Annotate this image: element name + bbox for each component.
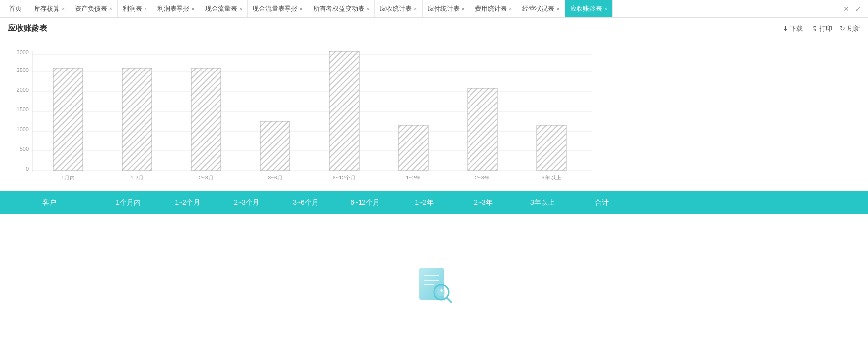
bar-6-12-month [329,51,359,171]
tab-equity-close[interactable]: × [366,6,369,12]
tab-ar-aging-close[interactable]: × [604,6,607,12]
col-1-2month: 1~2个月 [158,198,217,207]
bar-1-2-month [122,68,152,171]
col-1-2year: 1~2年 [395,198,454,207]
tab-bar: 首页 库存核算 × 资产负债表 × 利润表 × 利润表季报 × 现金流量表 × … [0,0,868,18]
tab-expense-stat-close[interactable]: × [509,6,512,12]
download-icon: ⬇ [783,25,788,32]
header-actions: ⬇ 下载 🖨 打印 ↻ 刷新 [783,24,860,33]
tab-ar-aging-label: 应收账龄表 [570,4,602,13]
tab-ap-stat[interactable]: 应付统计表 × [423,0,470,18]
tab-ap-stat-close[interactable]: × [462,6,465,12]
tab-profit-close[interactable]: × [144,6,147,12]
tab-operation-close[interactable]: × [556,6,559,12]
tab-inventory-label: 库存核算 [34,4,60,13]
tab-home[interactable]: 首页 [2,0,29,18]
tab-ap-stat-label: 应付统计表 [428,4,460,13]
print-button[interactable]: 🖨 打印 [811,24,832,33]
tab-cashflow-quarter-close[interactable]: × [299,6,302,12]
tab-expense-stat[interactable]: 费用统计表 × [470,0,517,18]
svg-text:2500: 2500 [17,67,29,73]
refresh-icon: ↻ [840,25,845,32]
svg-text:2000: 2000 [17,87,29,93]
col-total: 合计 [572,198,631,207]
col-3plus-year: 3年以上 [513,198,572,207]
tab-ar-stat[interactable]: 应收统计表 × [375,0,422,18]
svg-text:3年以上: 3年以上 [542,175,561,180]
tab-cashflow-quarter-label: 现金流量表季报 [253,4,297,13]
tab-balance-close[interactable]: × [109,6,112,12]
tab-operation[interactable]: 经营状况表 × [517,0,565,18]
bar-3-6-month [260,121,290,171]
table-body [0,214,868,355]
print-label: 打印 [819,24,832,33]
svg-text:1月内: 1月内 [61,175,75,180]
tab-profit[interactable]: 利润表 × [118,0,152,18]
refresh-label: 刷新 [847,24,860,33]
tab-cashflow-label: 现金流量表 [205,4,237,13]
tab-cashflow-quarter[interactable]: 现金流量表季报 × [248,0,308,18]
col-3-6month: 3~6个月 [276,198,335,207]
bar-2-3-year [468,88,497,171]
download-button[interactable]: ⬇ 下载 [783,24,803,33]
tab-operation-label: 经营状况表 [522,4,554,13]
chart-area: 0 500 1000 1500 2000 2500 3000 1月内 1-2月 [0,39,868,191]
empty-illustration [409,260,459,310]
tab-profit-label: 利润表 [123,4,142,13]
svg-text:1500: 1500 [17,106,29,112]
window-controls: ✕ ⤢ [842,5,866,13]
tab-expense-stat-label: 费用统计表 [475,4,507,13]
page-title: 应收账龄表 [8,23,47,34]
col-6-12month: 6~12个月 [335,198,395,207]
bar-2-3-month [191,68,221,171]
tab-inventory[interactable]: 库存核算 × [29,0,70,18]
bar-chart: 0 500 1000 1500 2000 2500 3000 1月内 1-2月 [10,47,602,185]
col-1month: 1个月内 [99,198,158,207]
svg-text:1~2年: 1~2年 [406,175,421,180]
svg-text:1000: 1000 [17,126,29,132]
bar-3-plus-year [537,125,566,171]
page-header: 应收账龄表 ⬇ 下载 🖨 打印 ↻ 刷新 [0,18,868,39]
svg-text:1-2月: 1-2月 [131,175,144,180]
svg-text:2~3年: 2~3年 [475,175,490,180]
tab-equity[interactable]: 所有者权益变动表 × [308,0,375,18]
bar-1-month [53,68,83,171]
svg-text:3~6月: 3~6月 [268,175,283,180]
refresh-button[interactable]: ↻ 刷新 [840,24,860,33]
main-content: 0 500 1000 1500 2000 2500 3000 1月内 1-2月 [0,39,868,355]
svg-line-30 [447,298,451,302]
svg-text:500: 500 [20,146,29,152]
download-label: 下载 [790,24,803,33]
tab-cashflow[interactable]: 现金流量表 × [200,0,248,18]
empty-state [409,260,459,310]
svg-text:0: 0 [26,166,29,172]
tab-profit-quarter-label: 利润表季报 [157,4,189,13]
tab-ar-aging[interactable]: 应收账龄表 × [565,0,613,18]
tab-ar-stat-close[interactable]: × [414,6,417,12]
svg-text:2~3月: 2~3月 [199,175,214,180]
col-customer: 客户 [0,198,99,207]
bar-1-2-year [398,125,428,171]
tab-equity-label: 所有者权益变动表 [313,4,364,13]
window-maximize-btn[interactable]: ⤢ [854,5,862,13]
tab-balance-label: 资产负债表 [75,4,107,13]
tab-profit-quarter-close[interactable]: × [191,6,194,12]
table-header: 客户 1个月内 1~2个月 2~3个月 3~6个月 6~12个月 1~2年 2~… [0,191,868,214]
tab-cashflow-close[interactable]: × [239,6,242,12]
print-icon: 🖨 [811,25,817,32]
svg-text:6~12个月: 6~12个月 [333,175,356,180]
tab-balance[interactable]: 资产负债表 × [70,0,117,18]
tab-inventory-close[interactable]: × [62,6,65,12]
tab-profit-quarter[interactable]: 利润表季报 × [152,0,200,18]
tab-ar-stat-label: 应收统计表 [380,4,412,13]
col-2-3year: 2~3年 [454,198,513,207]
svg-text:3000: 3000 [17,49,29,55]
col-2-3month: 2~3个月 [217,198,276,207]
window-close-btn[interactable]: ✕ [842,5,850,13]
